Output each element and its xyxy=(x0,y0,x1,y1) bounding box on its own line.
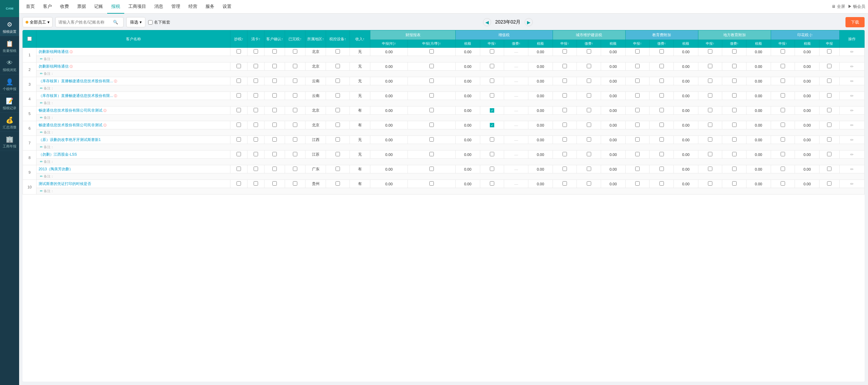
copytax-checkbox[interactable] xyxy=(237,181,241,186)
df-jiaofei[interactable] xyxy=(722,165,746,173)
shenbao-yueji[interactable] xyxy=(408,121,456,129)
df-jiaofei[interactable] xyxy=(722,106,746,115)
cs-shenbao-checkbox[interactable] xyxy=(563,49,567,54)
taxequip-cell[interactable] xyxy=(326,92,350,100)
taxequip-checkbox[interactable] xyxy=(336,167,340,171)
nav-home[interactable]: 首页 xyxy=(22,0,39,14)
sidebar-item-baoshuilanlan[interactable]: 👁 报税浏览 xyxy=(0,55,19,74)
ys-shenbao-checkbox[interactable] xyxy=(781,64,785,68)
edit-button[interactable]: ✏ xyxy=(839,136,864,144)
ys-shenbao-checkbox[interactable] xyxy=(781,93,785,98)
declared-cell[interactable] xyxy=(285,48,305,56)
cs-shenbao[interactable] xyxy=(553,48,577,56)
df-jiaofei-checkbox[interactable] xyxy=(732,137,737,142)
ys-shenbao-checkbox[interactable] xyxy=(781,181,785,186)
jy-jiaofei[interactable] xyxy=(650,165,674,173)
zj-shenbao[interactable]: ✓ xyxy=(480,106,504,115)
confirm-checkbox[interactable] xyxy=(272,108,277,112)
customer-name[interactable]: （库存核算）直播畅捷通信息技术股份有限...ⓘ xyxy=(37,92,230,100)
clearcard-checkbox[interactable] xyxy=(254,79,258,83)
cs-shenbao[interactable] xyxy=(553,151,577,159)
clearcard-checkbox[interactable] xyxy=(254,64,258,68)
edit-button[interactable]: ✏ xyxy=(839,48,864,56)
copytax-cell[interactable] xyxy=(230,92,247,100)
ys-shenbao2-checkbox[interactable] xyxy=(827,167,831,171)
zj-shenbao[interactable] xyxy=(480,77,504,85)
copytax-checkbox[interactable] xyxy=(237,167,241,171)
jy-shenbao[interactable] xyxy=(625,77,650,85)
ys-shenbao-checkbox[interactable] xyxy=(781,137,785,142)
zj-shenbao-checkbox[interactable] xyxy=(490,167,494,171)
cs-jiaofei-checkbox[interactable] xyxy=(587,64,591,68)
df-shenbao-checkbox[interactable] xyxy=(708,181,712,186)
confirm-cell[interactable] xyxy=(265,151,285,159)
declared-checkbox[interactable] xyxy=(293,49,297,54)
jy-jiaofei-checkbox[interactable] xyxy=(659,137,664,142)
clearcard-cell[interactable] xyxy=(247,180,265,188)
jy-shenbao-checkbox[interactable] xyxy=(635,49,640,54)
jy-jiaofei-checkbox[interactable] xyxy=(659,152,664,156)
copytax-checkbox[interactable] xyxy=(237,64,241,68)
edit-button[interactable]: ✏ xyxy=(839,77,864,85)
cs-shenbao-checkbox[interactable] xyxy=(563,181,567,186)
zj-shenbao-checkbox[interactable] xyxy=(490,79,494,83)
ys-shenbao[interactable] xyxy=(771,151,795,159)
declared-checkbox[interactable] xyxy=(293,137,297,142)
sidebar-item-gongshangnianbo[interactable]: 🏢 工商年报 xyxy=(0,132,19,151)
shenbao-yueji[interactable] xyxy=(408,136,456,144)
sidebar-item-baoshuishezhi[interactable]: ⚙ 报税设置 xyxy=(0,17,19,36)
shenbao-yueji[interactable] xyxy=(408,92,456,100)
ys-shenbao2-checkbox[interactable] xyxy=(827,137,831,142)
taxequip-checkbox[interactable] xyxy=(336,123,340,127)
df-jiaofei[interactable] xyxy=(722,136,746,144)
shenbao-yueji-checkbox[interactable] xyxy=(429,49,434,54)
clearcard-cell[interactable] xyxy=(247,136,265,144)
cs-shenbao-checkbox[interactable] xyxy=(563,108,567,112)
cs-shenbao-checkbox[interactable] xyxy=(563,167,567,171)
df-shenbao-checkbox[interactable] xyxy=(708,152,712,156)
declared-cell[interactable] xyxy=(285,106,305,115)
jy-jiaofei[interactable] xyxy=(650,121,674,129)
confirm-cell[interactable] xyxy=(265,136,285,144)
df-shenbao[interactable] xyxy=(698,62,722,71)
ys-shenbao-checkbox[interactable] xyxy=(781,79,785,83)
cs-shenbao[interactable] xyxy=(553,180,577,188)
cs-jiaofei-checkbox[interactable] xyxy=(587,93,591,98)
edit-button[interactable]: ✏ xyxy=(839,151,864,159)
taxequip-cell[interactable] xyxy=(326,48,350,56)
nav-account[interactable]: 记账 xyxy=(90,0,107,14)
df-shenbao[interactable] xyxy=(698,136,722,144)
sidebar-item-piliangbaoshui[interactable]: 📋 批量报税 xyxy=(0,36,19,55)
copytax-cell[interactable] xyxy=(230,121,247,129)
filter-button[interactable]: 筛选 ▾ xyxy=(126,17,145,27)
zj-shenbao-checkbox[interactable] xyxy=(490,137,494,142)
ys-shenbao2-checkbox[interactable] xyxy=(827,181,831,186)
df-jiaofei-checkbox[interactable] xyxy=(732,79,737,83)
ys-shenbao2-checkbox[interactable] xyxy=(827,49,831,54)
jy-shenbao[interactable] xyxy=(625,180,650,188)
cs-jiaofei[interactable] xyxy=(577,180,601,188)
shenbao-yueji-checkbox[interactable] xyxy=(429,137,434,142)
ys-shenbao-checkbox[interactable] xyxy=(781,49,785,54)
ys-shenbao[interactable] xyxy=(771,136,795,144)
zj-shenbao[interactable] xyxy=(480,165,504,173)
shenbao-yueji[interactable] xyxy=(408,151,456,159)
df-shenbao-checkbox[interactable] xyxy=(708,64,712,68)
taxequip-cell[interactable] xyxy=(326,106,350,115)
checkbox-minxia[interactable]: 名下账套 xyxy=(148,19,170,25)
df-jiaofei[interactable] xyxy=(722,77,746,85)
jy-shenbao[interactable] xyxy=(625,62,650,71)
df-shenbao-checkbox[interactable] xyxy=(708,49,712,54)
taxequip-checkbox[interactable] xyxy=(336,49,340,54)
jy-shenbao[interactable] xyxy=(625,151,650,159)
customer-name[interactable]: （勿删）江西股金-LSS xyxy=(37,151,230,159)
confirm-cell[interactable] xyxy=(265,62,285,71)
taxequip-cell[interactable] xyxy=(326,151,350,159)
df-jiaofei-checkbox[interactable] xyxy=(732,64,737,68)
clearcard-checkbox[interactable] xyxy=(254,49,258,54)
customer-name[interactable]: 2013（陶美芳勿删） xyxy=(37,165,230,173)
df-shenbao-checkbox[interactable] xyxy=(708,137,712,142)
shenbao-yueji[interactable] xyxy=(408,62,456,71)
ys-shenbao[interactable] xyxy=(771,77,795,85)
cs-jiaofei[interactable] xyxy=(577,121,601,129)
